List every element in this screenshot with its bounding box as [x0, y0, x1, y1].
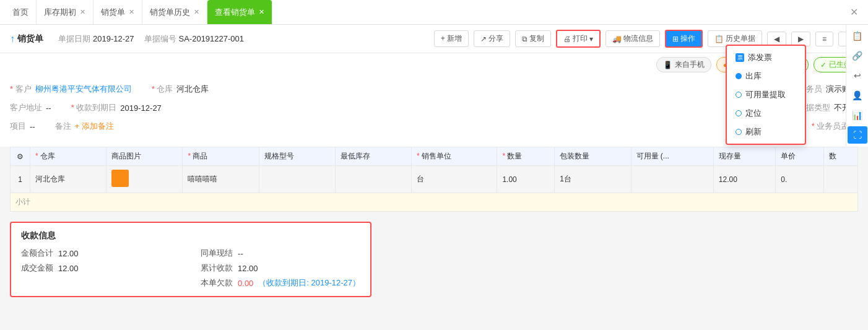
share-icon: ↗: [480, 35, 487, 43]
col-stock: 现存量: [713, 147, 775, 166]
from-phone-icon: 📱: [663, 61, 672, 69]
sidebar-icon-4[interactable]: 👤: [848, 87, 867, 104]
new-button[interactable]: + 新增: [434, 30, 469, 47]
sidebar-icon-5[interactable]: 📊: [848, 106, 867, 124]
tab-sales-order-close[interactable]: ✕: [129, 8, 134, 16]
share-label: 分享: [488, 33, 503, 44]
note-label: 备注: [55, 121, 71, 132]
copy-button[interactable]: ⧉ 复制: [515, 30, 551, 47]
tab-view-sales[interactable]: 查看销货单 ✕: [207, 0, 272, 24]
cell-quantity: 1.00: [497, 166, 555, 193]
doc-no-label: 单据编号: [144, 33, 176, 45]
dropdown-add-invoice[interactable]: 票 添发票: [727, 48, 805, 67]
col-sales-unit: * 销售单位: [412, 147, 497, 166]
share-button[interactable]: ↗ 分享: [474, 30, 510, 47]
list-view-button[interactable]: ≡: [815, 32, 833, 46]
doc-no-field: 单据编号 SA-20191227-001: [144, 33, 245, 45]
cell-pack-qty: 1台: [555, 166, 631, 193]
due-date-label: 收款到期日: [71, 102, 117, 113]
total-amount-row: 金额合计 12.00: [21, 248, 181, 259]
locate-label: 定位: [745, 108, 762, 119]
cell-product-img: [106, 166, 183, 193]
tab-view-sales-close[interactable]: ✕: [259, 8, 264, 16]
sidebar-expand-button[interactable]: ⛶: [848, 126, 867, 144]
dropdown-refresh[interactable]: 刷新: [727, 123, 805, 141]
available-qty-label: 可用量提取: [745, 89, 786, 100]
payment-info-box: 收款信息 金额合计 12.00 同单现结 -- 成交金额 12.00: [10, 222, 371, 297]
next-button[interactable]: ▶: [791, 32, 810, 46]
history-icon: 📋: [714, 35, 724, 43]
dropdown-available-qty[interactable]: 可用量提取: [727, 85, 805, 104]
tab-sales-history[interactable]: 销货单历史 ✕: [142, 0, 207, 24]
operation-label: 操作: [680, 33, 695, 44]
doc-date-label: 单据日期: [58, 33, 90, 45]
tab-home[interactable]: 首页: [5, 0, 37, 24]
logistics-label: 物流信息: [623, 33, 653, 44]
total-amount-value: 12.00: [58, 249, 79, 258]
subtotal-row: 小计: [11, 193, 858, 212]
print-dropdown-icon: ▾: [589, 35, 593, 43]
product-image: [111, 170, 129, 187]
doc-meta: 单据日期 2019-12-27 单据编号 SA-20191227-001: [58, 33, 429, 45]
doc-type-label: 销货单: [17, 33, 43, 45]
tab-sales-history-close[interactable]: ✕: [194, 8, 199, 16]
col-warehouse: * 仓库: [30, 147, 106, 166]
refresh-label: 刷新: [745, 126, 762, 137]
sidebar-icon-1[interactable]: 📋: [848, 27, 867, 45]
table-scroll: ⚙ * 仓库 商品图片 * 商品 规格型号 最低库存 * 销售单位 * 数量 包…: [10, 147, 858, 212]
col-product: * 商品: [183, 147, 259, 166]
subtotal-cell: 小计: [11, 193, 858, 212]
outbound-label: 出库: [745, 71, 762, 82]
sidebar-icon-3[interactable]: ↩: [848, 67, 867, 84]
prev-button[interactable]: ◀: [767, 32, 786, 46]
page-wrapper: 首页 库存期初 ✕ 销货单 ✕ 销货单历史 ✕ 查看销货单 ✕ ✕ ↑ 销货单: [0, 0, 868, 330]
print-button[interactable]: 🖨 打印 ▾: [556, 30, 601, 48]
add-note-button[interactable]: 添加备注: [75, 121, 114, 132]
cell-stock: 12.00: [713, 166, 775, 193]
project-label: 项目: [10, 121, 26, 132]
subtotal-label: 小计: [15, 198, 30, 206]
col-unit-price: 单价: [776, 147, 824, 166]
customer-label: 客户: [10, 84, 32, 95]
tab-inventory-close[interactable]: ✕: [80, 8, 85, 16]
logistics-icon: 🚚: [612, 35, 622, 43]
dropdown-outbound[interactable]: 出库: [727, 67, 805, 85]
payment-info-title: 收款信息: [21, 230, 360, 241]
operation-button[interactable]: ⊞ 操作: [665, 30, 703, 48]
same-order-value: --: [238, 249, 243, 258]
status-from-phone[interactable]: 📱 来自手机: [656, 57, 711, 72]
salesman-label: 业务员孟: [812, 121, 849, 132]
project-value: --: [30, 122, 35, 131]
doc-date-field: 单据日期 2019-12-27: [58, 33, 134, 45]
locate-icon: [736, 110, 742, 116]
copy-icon: ⧉: [522, 35, 527, 43]
warehouse-field: 仓库 河北仓库: [152, 84, 209, 95]
tab-home-label: 首页: [12, 7, 28, 18]
dropdown-locate[interactable]: 定位: [727, 104, 805, 123]
add-invoice-label: 添发票: [748, 52, 772, 63]
cell-product: 嘻嘻嘻嘻: [183, 166, 259, 193]
tab-bar: 首页 库存期初 ✕ 销货单 ✕ 销货单历史 ✕ 查看销货单 ✕ ✕: [0, 0, 868, 25]
tab-sales-order[interactable]: 销货单 ✕: [93, 0, 142, 24]
logistics-button[interactable]: 🚚 物流信息: [605, 30, 660, 47]
table-row: 1 河北仓库 嘻嘻嘻嘻 台 1.00 1台: [11, 166, 858, 193]
payment-info-grid: 金额合计 12.00 同单现结 -- 成交金额 12.00 累计收款 12.00: [21, 248, 360, 289]
sidebar-icon-2[interactable]: 🔗: [848, 47, 867, 64]
col-min-stock: 最低库存: [335, 147, 411, 166]
note-field: 备注 添加备注: [55, 121, 114, 132]
customer-value[interactable]: 柳州粤港平安气体有限公司: [35, 84, 132, 95]
col-settings[interactable]: ⚙: [11, 147, 30, 166]
address-value: --: [46, 103, 51, 113]
tab-inventory-init[interactable]: 库存期初 ✕: [37, 0, 93, 24]
outbound-icon: [736, 73, 742, 79]
available-qty-icon: [736, 92, 742, 98]
doc-type-icon: ↑: [10, 33, 15, 45]
global-close-button[interactable]: ✕: [845, 6, 863, 18]
cell-available: [631, 166, 713, 193]
arrears-due-note: （收款到期日: 2019-12-27）: [258, 277, 360, 289]
transaction-amount-value: 12.00: [58, 264, 79, 273]
right-sidebar: 📋 🔗 ↩ 👤 📊 ⛶: [846, 25, 868, 146]
from-phone-label: 来自手机: [675, 59, 705, 70]
products-table: ⚙ * 仓库 商品图片 * 商品 规格型号 最低库存 * 销售单位 * 数量 包…: [10, 147, 858, 212]
address-field: 客户地址 --: [10, 102, 51, 113]
